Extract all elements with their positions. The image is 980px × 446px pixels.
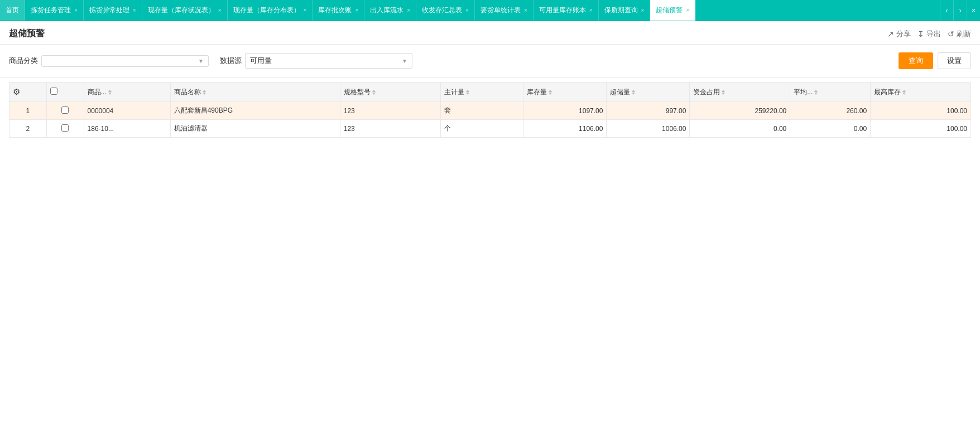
- col-label-product_code: 商品...: [88, 88, 107, 97]
- nav-next-arrow[interactable]: ›: [953, 0, 967, 21]
- page-header: 超储预警 ↗ 分享 ↧ 导出 ↺ 刷新: [0, 21, 980, 45]
- nav-tab-shelf-life[interactable]: 保质期查询×: [599, 0, 651, 21]
- product-category-chevron: ▼: [198, 58, 204, 64]
- export-label: 导出: [926, 29, 941, 39]
- nav-tab-home[interactable]: 首页: [0, 0, 25, 21]
- nav-tab-inout-flow[interactable]: 出入库流水×: [364, 0, 416, 21]
- nav-tab-close-inventory-dist[interactable]: ×: [304, 7, 307, 13]
- nav-tab-close-cargo-task[interactable]: ×: [74, 7, 78, 13]
- select-all-checkbox[interactable]: [50, 88, 57, 95]
- nav-tab-inventory-status[interactable]: 现存量（库存状况表）×: [142, 0, 228, 21]
- data-source-select[interactable]: 可用量 ▼: [245, 53, 412, 69]
- cell-value: 997.00: [607, 102, 690, 120]
- nav-tab-order-stat[interactable]: 要货单统计表×: [475, 0, 534, 21]
- data-source-select-value: 可用量: [250, 56, 272, 66]
- col-header-capital_occupied[interactable]: 资金占用: [690, 83, 790, 102]
- nav-tab-label-inventory-status: 现存量（库存状况表）: [148, 6, 215, 15]
- nav-tab-label-home: 首页: [6, 6, 19, 15]
- data-source-chevron: ▼: [402, 58, 407, 64]
- row-num: 1: [9, 102, 47, 120]
- col-label-max_stock: 最高库存: [874, 88, 901, 97]
- nav-tab-inventory-batch[interactable]: 库存批次账×: [313, 0, 364, 21]
- col-label-stock_qty: 库存量: [527, 88, 547, 97]
- nav-tab-available-account[interactable]: 可用量库存账本×: [534, 0, 599, 21]
- nav-tab-cargo-task[interactable]: 拣货任务管理×: [25, 0, 84, 21]
- col-header-overstock_qty[interactable]: 超储量: [607, 83, 690, 102]
- nav-tab-close-collect-summary[interactable]: ×: [465, 7, 469, 13]
- col-header-avg[interactable]: 平均...: [790, 83, 871, 102]
- row-checkbox[interactable]: [46, 120, 84, 138]
- sort-icon-overstock_qty: [632, 90, 635, 95]
- cell-value: 186-10...: [84, 120, 170, 138]
- export-button[interactable]: ↧ 导出: [917, 29, 941, 39]
- col-header-stock_qty[interactable]: 库存量: [523, 83, 607, 102]
- cell-value: 0.00: [790, 120, 871, 138]
- gear-icon[interactable]: ⚙: [13, 87, 20, 96]
- sort-icon-spec: [372, 90, 376, 95]
- refresh-button[interactable]: ↺ 刷新: [948, 29, 971, 39]
- product-category-filter: 商品分类 ▼: [9, 55, 209, 67]
- nav-tab-label-cargo-task: 拣货任务管理: [31, 6, 71, 15]
- setting-button[interactable]: 设置: [938, 52, 971, 69]
- col-header-spec[interactable]: 规格型号: [340, 83, 440, 102]
- cell-value: 1006.00: [607, 120, 690, 138]
- col-header-gear: ⚙: [9, 83, 47, 102]
- refresh-icon: ↺: [948, 30, 954, 38]
- row-select-checkbox[interactable]: [61, 106, 69, 114]
- nav-tab-inventory-dist[interactable]: 现存量（库存分布表）×: [228, 0, 313, 21]
- nav-tab-close-cargo-abnormal[interactable]: ×: [133, 7, 136, 13]
- nav-tab-close-inventory-status[interactable]: ×: [218, 7, 222, 13]
- nav-tab-collect-summary[interactable]: 收发存汇总表×: [416, 0, 475, 21]
- nav-tab-close-inventory-batch[interactable]: ×: [355, 7, 358, 13]
- cell-value: 123: [340, 120, 440, 138]
- nav-tab-overstock-alert[interactable]: 超储预警×: [650, 0, 695, 21]
- cell-value: 个: [440, 120, 523, 138]
- col-header-max_stock[interactable]: 最高库存: [871, 83, 971, 102]
- sort-icon-product_code: [108, 90, 112, 95]
- cell-value: 0000004: [84, 102, 170, 120]
- row-select-checkbox[interactable]: [61, 124, 69, 132]
- nav-tab-close-inout-flow[interactable]: ×: [407, 7, 410, 13]
- data-table: ⚙商品...商品名称规格型号主计量库存量超储量资金占用平均...最高库存 100…: [9, 82, 971, 138]
- nav-tab-close-overstock-alert[interactable]: ×: [686, 7, 689, 13]
- cell-value: 123: [340, 102, 440, 120]
- nav-tab-label-cargo-abnormal: 拣货异常处理: [89, 6, 129, 15]
- nav-tab-label-inventory-batch: 库存批次账: [318, 6, 352, 15]
- sort-icon-avg: [814, 90, 818, 95]
- query-button[interactable]: 查询: [899, 52, 933, 69]
- top-navigation: 首页拣货任务管理×拣货异常处理×现存量（库存状况表）×现存量（库存分布表）×库存…: [0, 0, 980, 21]
- sort-icon-max_stock: [902, 90, 906, 95]
- page-content: 超储预警 ↗ 分享 ↧ 导出 ↺ 刷新 商品分类 ▼ 数据源: [0, 21, 980, 446]
- nav-tab-label-collect-summary: 收发存汇总表: [422, 6, 462, 15]
- nav-tab-label-inventory-dist: 现存量（库存分布表）: [233, 6, 300, 15]
- cell-value: 1097.00: [523, 102, 607, 120]
- export-icon: ↧: [917, 30, 924, 38]
- row-checkbox[interactable]: [46, 102, 84, 120]
- nav-close-arrow[interactable]: ×: [967, 0, 980, 21]
- nav-tab-close-order-stat[interactable]: ×: [524, 7, 527, 13]
- cell-value: 259220.00: [690, 102, 790, 120]
- share-button[interactable]: ↗ 分享: [887, 29, 911, 39]
- nav-tab-cargo-abnormal[interactable]: 拣货异常处理×: [84, 0, 142, 21]
- nav-prev-arrow[interactable]: ‹: [940, 0, 953, 21]
- nav-tab-close-shelf-life[interactable]: ×: [641, 7, 645, 13]
- filter-actions: 查询 设置: [899, 52, 971, 69]
- cell-value: 六配套新昌490BPG: [170, 102, 340, 120]
- refresh-label: 刷新: [957, 29, 971, 39]
- cell-value: 260.00: [790, 102, 871, 120]
- product-category-select[interactable]: ▼: [41, 55, 209, 67]
- col-header-product_name[interactable]: 商品名称: [170, 83, 340, 102]
- col-label-unit: 主计量: [444, 88, 464, 97]
- cell-value: 1106.00: [523, 120, 607, 138]
- nav-tab-label-overstock-alert: 超储预警: [656, 6, 683, 15]
- col-header-unit[interactable]: 主计量: [440, 83, 523, 102]
- nav-tab-label-shelf-life: 保质期查询: [604, 6, 638, 15]
- sort-icon-product_name: [203, 90, 206, 95]
- col-header-product_code[interactable]: 商品...: [84, 83, 170, 102]
- table-row: 2186-10...机油滤清器123个1106.001006.000.000.0…: [9, 120, 971, 138]
- share-icon: ↗: [887, 30, 894, 38]
- nav-tab-close-available-account[interactable]: ×: [589, 7, 593, 13]
- nav-tab-label-inout-flow: 出入库流水: [370, 6, 403, 15]
- sort-icon-capital_occupied: [722, 90, 725, 95]
- col-label-avg: 平均...: [794, 88, 813, 97]
